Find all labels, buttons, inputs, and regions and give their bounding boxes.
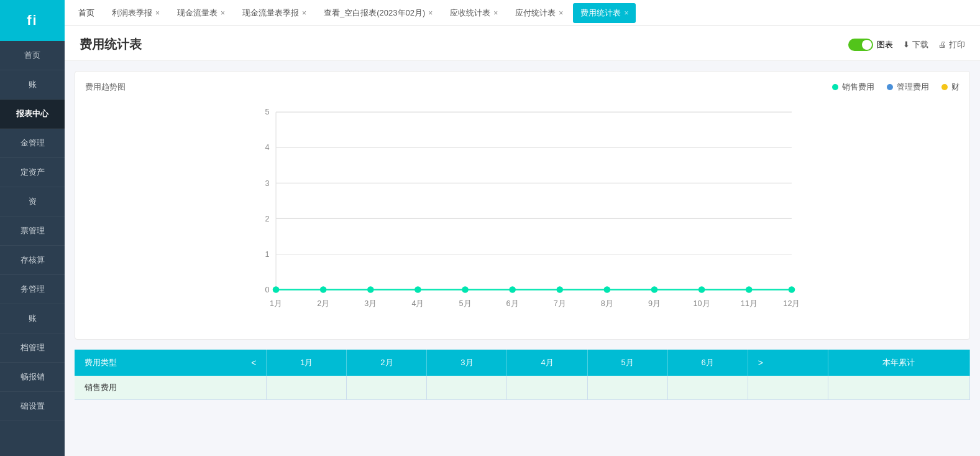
tab-bar: 首页 利润表季报 × 现金流量表 × 现金流量表季报 × 查看_空白报表(202… — [65, 0, 980, 26]
tab-receivable-stats-label: 应收统计表 — [450, 7, 490, 19]
close-icon[interactable]: × — [302, 9, 306, 17]
page-title: 费用统计表 — [80, 36, 142, 53]
sidebar-item-fixed-assets[interactable]: 定资产 — [0, 158, 65, 187]
td-month-3 — [427, 376, 507, 400]
table-header-row: 费用类型 < 1月 2月 3月 4月 5月 6月 > — [75, 350, 970, 376]
svg-point-28 — [414, 286, 421, 293]
legend-admin-expense: 管理费用 — [887, 81, 929, 93]
sidebar-item-service[interactable]: 务管理 — [0, 275, 65, 304]
sidebar-item-inventory[interactable]: 存核算 — [0, 246, 65, 275]
sidebar-item-report-center[interactable]: 报表中心 — [0, 100, 65, 129]
svg-point-35 — [746, 286, 753, 293]
print-button[interactable]: 🖨 打印 — [938, 39, 965, 50]
sidebar: fi 首页 账 报表中心 金管理 定资产 资 票管理 存核算 务管理 账 档管理… — [0, 0, 65, 456]
tab-home[interactable]: 首页 — [71, 3, 102, 23]
svg-text:4月: 4月 — [411, 299, 424, 308]
svg-text:10月: 10月 — [694, 299, 710, 308]
nav-next-arrow[interactable]: > — [754, 358, 767, 368]
legend-finance-label: 财 — [951, 81, 959, 93]
sidebar-item-account[interactable]: 账 — [0, 70, 65, 100]
td-month-2 — [347, 376, 427, 400]
legend-dot-finance — [941, 84, 948, 90]
tab-profit-quarterly[interactable]: 利润表季报 × — [104, 3, 167, 23]
th-nav-next[interactable]: > — [748, 350, 828, 376]
svg-text:0: 0 — [265, 286, 269, 294]
svg-point-27 — [367, 286, 374, 293]
sidebar-item-basic-settings[interactable]: 础设置 — [0, 392, 65, 421]
svg-text:1月: 1月 — [270, 299, 282, 308]
chart-toggle-label: 图表 — [877, 39, 893, 50]
svg-text:8月: 8月 — [601, 299, 613, 308]
svg-point-30 — [509, 286, 516, 293]
chart-title: 费用趋势图 — [85, 81, 126, 93]
chart-section: 费用趋势图 销售费用 管理费用 财 — [75, 71, 970, 340]
td-month-6 — [667, 376, 748, 400]
chart-legend: 销售费用 管理费用 财 — [832, 81, 959, 93]
svg-text:12月: 12月 — [783, 299, 800, 308]
chart-wrapper: 0 1 2 3 4 5 1月 2月 3月 4月 5月 6月 7月 8月 9月 — [85, 99, 959, 329]
td-expense-type: 销售费用 — [75, 376, 267, 400]
close-icon[interactable]: × — [221, 9, 225, 17]
legend-sales-label: 销售费用 — [842, 81, 874, 93]
main-content: 首页 利润表季报 × 现金流量表 × 现金流量表季报 × 查看_空白报表(202… — [65, 0, 980, 456]
th-month-4: 4月 — [507, 350, 587, 376]
page-header: 费用统计表 图表 ⬇ 下载 🖨 打印 — [65, 26, 980, 61]
svg-text:1: 1 — [265, 250, 269, 259]
nav-prev-arrow[interactable]: < — [247, 358, 260, 368]
th-month-2: 2月 — [347, 350, 427, 376]
svg-text:11月: 11月 — [741, 299, 758, 308]
table-row: 销售费用 — [75, 376, 970, 400]
tab-payable-stats[interactable]: 应付统计表 × — [508, 3, 570, 23]
sidebar-logo: fi — [0, 0, 65, 41]
sidebar-item-expense-reimbursement[interactable]: 畅报销 — [0, 363, 65, 392]
data-table: 费用类型 < 1月 2月 3月 4月 5月 6月 > — [75, 350, 970, 400]
svg-text:3月: 3月 — [364, 299, 377, 308]
print-label: 打印 — [949, 39, 965, 50]
sidebar-item-asset[interactable]: 资 — [0, 187, 65, 216]
tab-expense-stats[interactable]: 费用统计表 × — [573, 3, 636, 23]
th-expense-type: 费用类型 < — [75, 350, 267, 376]
svg-point-34 — [698, 286, 705, 293]
close-icon[interactable]: × — [493, 9, 498, 17]
legend-dot-admin — [887, 84, 893, 90]
th-month-1: 1月 — [267, 350, 347, 376]
close-icon[interactable]: × — [155, 9, 160, 17]
tab-cashflow-label: 现金流量表 — [177, 7, 218, 19]
svg-text:9月: 9月 — [648, 299, 661, 308]
td-month-1 — [267, 376, 347, 400]
download-button[interactable]: ⬇ 下载 — [903, 39, 928, 50]
tab-blank-report-label: 查看_空白报表(2023年02月) — [324, 7, 425, 19]
th-month-3: 3月 — [427, 350, 507, 376]
close-icon[interactable]: × — [559, 9, 563, 17]
close-icon[interactable]: × — [428, 9, 433, 17]
close-icon[interactable]: × — [624, 9, 628, 17]
chart-toggle-container: 图表 — [848, 39, 893, 51]
sidebar-item-invoice[interactable]: 票管理 — [0, 216, 65, 246]
svg-point-29 — [462, 286, 469, 293]
tab-cashflow-quarterly[interactable]: 现金流量表季报 × — [235, 3, 314, 23]
tab-cashflow[interactable]: 现金流量表 × — [170, 3, 232, 23]
download-label: 下载 — [912, 39, 928, 50]
th-month-6: 6月 — [667, 350, 748, 376]
chart-toggle[interactable] — [848, 39, 873, 51]
line-chart-svg: 0 1 2 3 4 5 1月 2月 3月 4月 5月 6月 7月 8月 9月 — [85, 99, 959, 329]
svg-text:7月: 7月 — [554, 299, 566, 308]
tab-receivable-stats[interactable]: 应收统计表 × — [442, 3, 505, 23]
svg-text:2月: 2月 — [317, 299, 329, 308]
svg-text:4: 4 — [265, 143, 269, 152]
legend-admin-label: 管理费用 — [897, 81, 929, 93]
sidebar-item-archive[interactable]: 档管理 — [0, 333, 65, 363]
sidebar-item-fund-management[interactable]: 金管理 — [0, 129, 65, 158]
svg-point-31 — [556, 286, 563, 293]
svg-point-33 — [651, 286, 658, 293]
th-year-total: 本年累计 — [828, 350, 969, 376]
th-month-5: 5月 — [587, 350, 667, 376]
tab-blank-report[interactable]: 查看_空白报表(2023年02月) × — [316, 3, 440, 23]
svg-point-26 — [320, 286, 327, 293]
svg-text:5: 5 — [265, 108, 269, 116]
sidebar-item-home[interactable]: 首页 — [0, 41, 65, 70]
legend-finance-expense: 财 — [941, 81, 959, 93]
sidebar-item-ledger[interactable]: 账 — [0, 304, 65, 333]
tab-profit-quarterly-label: 利润表季报 — [112, 7, 152, 19]
svg-text:2: 2 — [265, 215, 269, 223]
